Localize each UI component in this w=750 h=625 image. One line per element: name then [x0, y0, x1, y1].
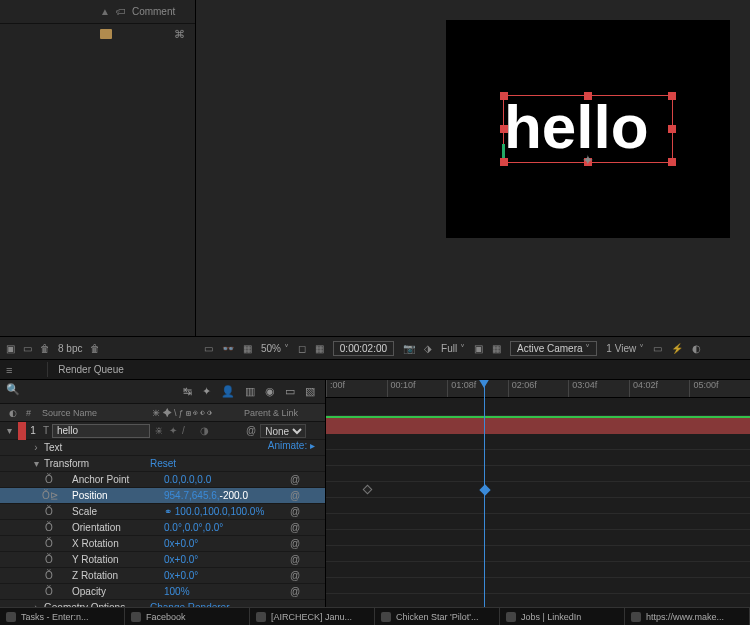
resize-handle[interactable] — [668, 125, 676, 133]
resize-handle[interactable] — [500, 125, 508, 133]
prop-y-rotation[interactable]: Ŏ Y Rotation 0x+0.0° @ — [0, 552, 325, 568]
views-dropdown[interactable]: 1 View — [606, 343, 644, 354]
brainstorm-icon[interactable]: ▧ — [305, 385, 315, 398]
resize-handle[interactable] — [500, 92, 508, 100]
keyframe-icon[interactable] — [363, 485, 373, 495]
layer-switches[interactable]: ⛯✦/◑ — [150, 425, 242, 436]
prop-position[interactable]: Ŏ⊵ Position 954.7,645.6,-200.0 @ — [0, 488, 325, 504]
expression-pickwhip-icon[interactable]: @ — [284, 586, 306, 597]
stopwatch-icon[interactable]: Ŏ — [42, 474, 56, 485]
expression-pickwhip-icon[interactable]: @ — [284, 522, 306, 533]
position-track[interactable] — [326, 482, 750, 498]
prop-z-rotation[interactable]: Ŏ Z Rotation 0x+0.0° @ — [0, 568, 325, 584]
layer-selection-box[interactable]: hello ✦ — [503, 95, 673, 163]
disclosure-icon[interactable]: ▾ — [0, 425, 18, 436]
bpc-trash-icon[interactable]: 🗑 — [90, 343, 100, 354]
parent-dropdown[interactable]: None — [260, 424, 306, 438]
resize-handle[interactable] — [584, 92, 592, 100]
fast-preview-icon[interactable]: ⚡ — [671, 343, 683, 354]
stopwatch-icon[interactable]: Ŏ — [42, 586, 56, 597]
tab-render-queue[interactable]: Render Queue — [47, 362, 134, 377]
opacity-value[interactable]: 100% — [164, 586, 284, 597]
time-tick[interactable]: :00f — [326, 380, 387, 397]
new-folder-icon[interactable]: ▭ — [23, 343, 32, 354]
prop-orientation[interactable]: Ŏ Orientation 0.0°,0.0°,0.0° @ — [0, 520, 325, 536]
prop-scale[interactable]: Ŏ Scale ⚭ 100.0,100.0,100.0% @ — [0, 504, 325, 520]
z-rotation-value[interactable]: 0x+0.0° — [164, 570, 284, 581]
project-folder-row[interactable]: ⌘ — [0, 24, 195, 44]
animate-menu[interactable]: Animate: ▸ — [268, 440, 315, 451]
draft3d-icon[interactable]: ✦ — [202, 385, 211, 398]
expression-pickwhip-icon[interactable]: @ — [284, 538, 306, 549]
interpret-icon[interactable]: ▣ — [6, 343, 15, 354]
stopwatch-icon[interactable]: Ŏ — [42, 522, 56, 533]
taskbar-item[interactable]: https://www.make... — [625, 608, 750, 625]
show-snapshot-icon[interactable]: ⬗ — [424, 343, 432, 354]
parent-column[interactable]: Parent & Link — [240, 408, 325, 418]
snapshot-icon[interactable]: 📷 — [403, 343, 415, 354]
expression-pickwhip-icon[interactable]: @ — [284, 490, 306, 501]
current-time-display[interactable]: 0:00:02:00 — [333, 341, 394, 356]
zoom-dropdown[interactable]: 50% — [261, 343, 289, 354]
trash-icon[interactable]: 🗑 — [40, 343, 50, 354]
bpc-label[interactable]: 8 bpc — [58, 343, 82, 354]
x-rotation-value[interactable]: 0x+0.0° — [164, 538, 284, 549]
timeline-graph-area[interactable]: :00f 00:10f 01:08f 02:06f 03:04f 04:02f … — [326, 380, 750, 607]
layer-color-label[interactable] — [18, 422, 26, 440]
grid-icon[interactable]: ▦ — [243, 343, 252, 354]
goggles-icon[interactable]: 👓 — [222, 343, 234, 354]
taskbar-item[interactable]: Facebook — [125, 608, 250, 625]
preview-canvas[interactable]: hello ✦ — [446, 20, 730, 238]
prop-group-transform[interactable]: ▾ Transform Reset — [0, 456, 325, 472]
search-icon[interactable]: 🔍 — [6, 383, 20, 396]
scale-value[interactable]: ⚭ 100.0,100.0,100.0% — [164, 506, 284, 517]
exposure-icon[interactable]: ◐ — [692, 343, 701, 354]
layer-row-1[interactable]: ▾ 1 T ⛯✦/◑ @ None — [0, 422, 325, 440]
position-value[interactable]: 954.7,645.6,-200.0 — [164, 490, 284, 501]
current-time-indicator[interactable] — [484, 380, 485, 607]
expression-pickwhip-icon[interactable]: @ — [284, 570, 306, 581]
reset-link[interactable]: Reset — [150, 458, 270, 469]
source-name-column[interactable]: Source Name — [40, 408, 148, 418]
resize-handle[interactable] — [500, 158, 508, 166]
stopwatch-icon[interactable]: Ŏ⊵ — [42, 490, 56, 501]
stopwatch-icon[interactable]: Ŏ — [42, 554, 56, 565]
expression-pickwhip-icon[interactable]: @ — [284, 474, 306, 485]
prop-opacity[interactable]: Ŏ Opacity 100% @ — [0, 584, 325, 600]
time-ruler[interactable]: :00f 00:10f 01:08f 02:06f 03:04f 04:02f … — [326, 380, 750, 398]
resolution-dropdown[interactable]: Full — [441, 343, 465, 354]
expression-pickwhip-icon[interactable]: @ — [284, 506, 306, 517]
comp-tab[interactable] — [30, 362, 47, 377]
time-tick[interactable]: 05:00f — [689, 380, 750, 397]
time-tick[interactable]: 02:06f — [508, 380, 569, 397]
panel-menu-icon[interactable]: ≡ — [0, 364, 18, 376]
cti-head-icon[interactable] — [478, 380, 490, 388]
y-rotation-value[interactable]: 0x+0.0° — [164, 554, 284, 565]
taskbar-item[interactable]: [AIRCHECK] Janu... — [250, 608, 375, 625]
av-column-icon[interactable]: ◐ — [0, 408, 26, 418]
taskbar-item[interactable]: Jobs | LinkedIn — [500, 608, 625, 625]
orientation-value[interactable]: 0.0°,0.0°,0.0° — [164, 522, 284, 533]
transparent-grid-icon[interactable]: ▣ — [474, 343, 483, 354]
time-tick[interactable]: 00:10f — [387, 380, 448, 397]
keyframe-icon[interactable] — [479, 484, 490, 495]
prop-x-rotation[interactable]: Ŏ X Rotation 0x+0.0° @ — [0, 536, 325, 552]
comp-mini-flowchart-icon[interactable]: ↹ — [183, 385, 192, 398]
pixel-aspect-icon[interactable]: ▭ — [653, 343, 662, 354]
anchor-point-icon[interactable]: ✦ — [582, 152, 594, 168]
time-tick[interactable]: 04:02f — [629, 380, 690, 397]
taskbar-item[interactable]: Chicken Star 'Pilot'... — [375, 608, 500, 625]
frame-blend-icon[interactable]: ▥ — [245, 385, 255, 398]
camera-dropdown[interactable]: Active Camera — [510, 341, 597, 356]
anchor-point-value[interactable]: 0.0,0.0,0.0 — [164, 474, 284, 485]
prop-anchor-point[interactable]: Ŏ Anchor Point 0.0,0.0,0.0 @ — [0, 472, 325, 488]
layer-duration-bar[interactable] — [326, 416, 750, 434]
stopwatch-icon[interactable]: Ŏ — [42, 506, 56, 517]
resize-handle[interactable] — [668, 158, 676, 166]
layer-name-field[interactable] — [52, 424, 150, 438]
resize-handle[interactable] — [668, 92, 676, 100]
3d-view-icon[interactable]: ▦ — [492, 343, 501, 354]
expression-pickwhip-icon[interactable]: @ — [284, 554, 306, 565]
guides-icon[interactable]: ▦ — [315, 343, 324, 354]
stopwatch-icon[interactable]: Ŏ — [42, 570, 56, 581]
